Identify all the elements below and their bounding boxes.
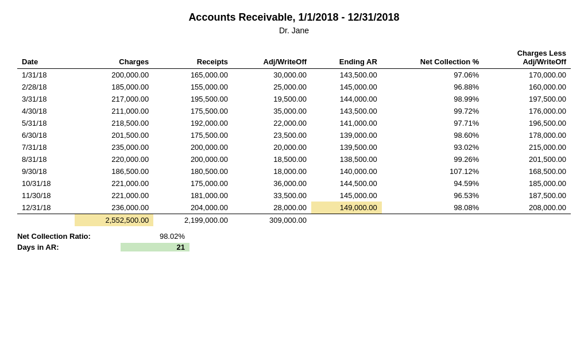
cell-date: 9/30/18 — [17, 165, 75, 177]
col-header-charges-less: Charges Less Adj/WriteOff — [483, 47, 571, 69]
table-row: 11/30/18 221,000.00 181,000.00 33,500.00… — [17, 189, 571, 202]
cell-adj: 23,500.00 — [233, 129, 311, 141]
cell-charges-less: 187,500.00 — [483, 189, 571, 202]
table-row: 6/30/18 201,500.00 175,500.00 23,500.00 … — [17, 129, 571, 141]
totals-net-col-cell — [382, 214, 484, 227]
cell-net-col: 97.06% — [382, 69, 484, 82]
cell-charges: 217,000.00 — [75, 93, 154, 105]
summary-section: Net Collection Ratio: 98.02% Days in AR:… — [17, 232, 571, 251]
cell-date: 3/31/18 — [17, 93, 75, 105]
totals-adj-cell: 309,000.00 — [233, 214, 311, 227]
cell-adj: 19,500.00 — [233, 93, 311, 105]
cell-receipts: 175,500.00 — [153, 105, 233, 117]
cell-receipts: 175,500.00 — [153, 129, 233, 141]
cell-date: 12/31/18 — [17, 202, 75, 214]
cell-charges-less: 215,000.00 — [483, 141, 571, 153]
cell-charges: 185,000.00 — [75, 81, 154, 93]
cell-date: 6/30/18 — [17, 129, 75, 141]
col-header-adj-writeoff: Adj/WriteOff — [233, 47, 311, 69]
table-row: 3/31/18 217,000.00 195,500.00 19,500.00 … — [17, 93, 571, 105]
cell-charges-less: 185,000.00 — [483, 177, 571, 189]
cell-net-col: 107.12% — [382, 165, 484, 177]
cell-adj: 36,000.00 — [233, 177, 311, 189]
cell-ending-ar: 145,000.00 — [311, 81, 382, 93]
col-header-ending-ar: Ending AR — [311, 47, 382, 69]
cell-date: 2/28/18 — [17, 81, 75, 93]
report-subtitle: Dr. Jane — [17, 26, 571, 35]
cell-date: 8/31/18 — [17, 153, 75, 165]
totals-charges-less-cell — [483, 214, 571, 227]
cell-charges: 200,000.00 — [75, 69, 154, 82]
cell-charges-less: 197,500.00 — [483, 93, 571, 105]
cell-receipts: 204,000.00 — [153, 202, 233, 214]
table-row: 12/31/18 236,000.00 204,000.00 28,000.00… — [17, 202, 571, 214]
cell-receipts: 155,000.00 — [153, 81, 233, 93]
net-collection-row: Net Collection Ratio: 98.02% — [17, 232, 571, 241]
cell-ending-ar: 140,000.00 — [311, 165, 382, 177]
cell-charges-less: 178,000.00 — [483, 129, 571, 141]
cell-charges-less: 208,000.00 — [483, 202, 571, 214]
cell-charges-less: 168,500.00 — [483, 165, 571, 177]
cell-charges: 220,000.00 — [75, 153, 154, 165]
cell-ending-ar: 143,500.00 — [311, 105, 382, 117]
cell-net-col: 97.71% — [382, 117, 484, 129]
cell-ending-ar: 141,000.00 — [311, 117, 382, 129]
totals-ending-ar-cell — [311, 214, 382, 227]
col-header-charges: Charges — [75, 47, 154, 69]
cell-date: 1/31/18 — [17, 69, 75, 82]
table-row: 10/31/18 221,000.00 175,000.00 36,000.00… — [17, 177, 571, 189]
cell-date: 7/31/18 — [17, 141, 75, 153]
cell-ending-ar: 149,000.00 — [311, 202, 382, 214]
cell-receipts: 165,000.00 — [153, 69, 233, 82]
table-row: 1/31/18 200,000.00 165,000.00 30,000.00 … — [17, 69, 571, 82]
col-header-net-collection: Net Collection % — [382, 47, 484, 69]
table-row: 4/30/18 211,000.00 175,500.00 35,000.00 … — [17, 105, 571, 117]
cell-adj: 22,000.00 — [233, 117, 311, 129]
net-collection-value: 98.02% — [121, 232, 189, 241]
cell-net-col: 98.99% — [382, 93, 484, 105]
cell-adj: 33,500.00 — [233, 189, 311, 202]
cell-net-col: 99.72% — [382, 105, 484, 117]
cell-net-col: 96.53% — [382, 189, 484, 202]
cell-charges: 236,000.00 — [75, 202, 154, 214]
cell-ending-ar: 143,500.00 — [311, 69, 382, 82]
cell-ending-ar: 139,000.00 — [311, 129, 382, 141]
cell-charges: 221,000.00 — [75, 189, 154, 202]
days-in-ar-value: 21 — [121, 243, 189, 251]
table-row: 9/30/18 186,500.00 180,500.00 18,000.00 … — [17, 165, 571, 177]
cell-charges-less: 160,000.00 — [483, 81, 571, 93]
cell-date: 5/31/18 — [17, 117, 75, 129]
cell-charges: 235,000.00 — [75, 141, 154, 153]
cell-net-col: 99.26% — [382, 153, 484, 165]
ar-table: Date Charges Receipts Adj/WriteOff Endin… — [17, 47, 571, 226]
cell-net-col: 93.02% — [382, 141, 484, 153]
cell-charges: 218,500.00 — [75, 117, 154, 129]
cell-adj: 35,000.00 — [233, 105, 311, 117]
totals-charges-cell: 2,552,500.00 — [75, 214, 154, 227]
cell-charges-less: 170,000.00 — [483, 69, 571, 82]
cell-adj: 30,000.00 — [233, 69, 311, 82]
table-header-row: Date Charges Receipts Adj/WriteOff Endin… — [17, 47, 571, 69]
table-row: 7/31/18 235,000.00 200,000.00 20,000.00 … — [17, 141, 571, 153]
cell-charges: 186,500.00 — [75, 165, 154, 177]
cell-ending-ar: 145,000.00 — [311, 189, 382, 202]
cell-ending-ar: 139,500.00 — [311, 141, 382, 153]
totals-receipts-cell: 2,199,000.00 — [153, 214, 233, 227]
cell-receipts: 200,000.00 — [153, 153, 233, 165]
cell-adj: 28,000.00 — [233, 202, 311, 214]
cell-adj: 18,000.00 — [233, 165, 311, 177]
cell-receipts: 192,000.00 — [153, 117, 233, 129]
cell-net-col: 98.60% — [382, 129, 484, 141]
cell-receipts: 181,000.00 — [153, 189, 233, 202]
cell-receipts: 195,500.00 — [153, 93, 233, 105]
cell-date: 10/31/18 — [17, 177, 75, 189]
cell-charges: 201,500.00 — [75, 129, 154, 141]
cell-adj: 18,500.00 — [233, 153, 311, 165]
cell-charges-less: 196,500.00 — [483, 117, 571, 129]
cell-adj: 25,000.00 — [233, 81, 311, 93]
cell-adj: 20,000.00 — [233, 141, 311, 153]
cell-receipts: 180,500.00 — [153, 165, 233, 177]
table-row: 2/28/18 185,000.00 155,000.00 25,000.00 … — [17, 81, 571, 93]
cell-net-col: 94.59% — [382, 177, 484, 189]
col-header-date: Date — [17, 47, 75, 69]
